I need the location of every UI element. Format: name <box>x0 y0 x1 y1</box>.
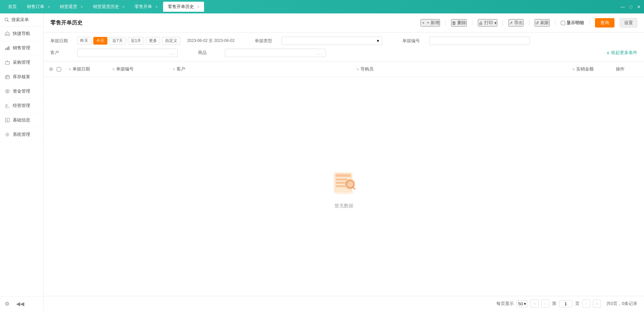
tab-retail-open-history-close[interactable]: × <box>197 5 199 9</box>
sidebar-item-inventory[interactable]: 库存核算 <box>0 70 43 84</box>
th-date[interactable]: ⇅ 单据日期 <box>64 64 108 74</box>
display-detail-input[interactable] <box>561 21 565 25</box>
add-icon: ＋ <box>421 20 426 26</box>
delete-button[interactable]: 🗑 删除 <box>451 19 467 27</box>
svg-line-1 <box>8 21 9 22</box>
sidebar-item-finance-label: 资金管理 <box>13 88 30 94</box>
tab-retail-open-label: 零售开单 <box>135 4 152 10</box>
export-button[interactable]: ↗ 导出 <box>508 19 524 27</box>
date-btn-7days[interactable]: 近7天 <box>109 37 126 45</box>
toolbar-divider-6 <box>589 20 590 25</box>
svg-rect-14 <box>336 178 347 180</box>
filter-area: 单据日期 昨天 今天 近7天 近1月 更多 自定义 2023-06-02 至 2… <box>44 33 644 61</box>
goods-select[interactable]: ... <box>225 49 326 57</box>
sort-amount-icon: ⇅ <box>572 67 575 71</box>
sidebar-item-inventory-label: 库存核算 <box>13 74 30 80</box>
export-icon: ↗ <box>509 20 513 25</box>
tab-sales-order[interactable]: 销售订单 × <box>22 2 54 12</box>
sidebar-item-basic-info[interactable]: 基础信息 <box>0 113 43 127</box>
tab-sales-order-close[interactable]: × <box>48 5 50 9</box>
delete-icon: 🗑 <box>452 20 456 25</box>
date-range-display: 2023-06-02 至 2023-06-02 <box>187 38 234 44</box>
th-customer[interactable]: ⇅ 客户 <box>168 64 352 74</box>
collapse-conditions[interactable]: ∧ 收起更多条件 <box>606 48 637 57</box>
toolbar-divider-1 <box>445 20 446 25</box>
per-page-select[interactable]: 50 ▾ <box>516 300 528 307</box>
table-toolbar: ⚙ ⇅ 单据日期 ⇅ 单据编号 ⇅ 客户 <box>44 61 644 77</box>
svg-point-10 <box>7 134 8 135</box>
customer-select[interactable]: ... <box>77 49 178 57</box>
th-action: 操作 <box>612 64 639 74</box>
page-number-input[interactable] <box>559 300 573 307</box>
tab-retail-open-close[interactable]: × <box>155 5 157 9</box>
sidebar-item-sales-mgmt[interactable]: 销售管理 <box>0 41 43 55</box>
settings-button[interactable]: 设置 <box>620 18 637 28</box>
tab-bar: 首页 销售订单 × 销货退货 × 销货退货历史 × 零售开单 × 零售开单历史 … <box>3 2 621 12</box>
toolbar-divider-4 <box>529 20 529 25</box>
doc-type-select[interactable]: ▾ <box>282 37 382 45</box>
tab-home-label: 首页 <box>8 4 17 10</box>
print-button[interactable]: 🖨 打印 ▾ <box>478 19 497 27</box>
first-page-button[interactable]: « <box>531 300 539 308</box>
th-guide[interactable]: ⇅ 导购员 <box>352 64 393 74</box>
prev-page-button[interactable]: ‹ <box>541 300 549 308</box>
sidebar-item-system[interactable]: 系统管理 <box>0 127 43 142</box>
sidebar-search-label: 搜索采单 <box>11 17 29 23</box>
table-column-settings-icon[interactable]: ⚙ <box>49 66 53 72</box>
display-detail-checkbox[interactable]: 显示明细 <box>561 20 584 26</box>
sidebar-item-quick-nav[interactable]: 快捷导航 <box>0 27 43 41</box>
query-button[interactable]: 查询 <box>595 18 614 28</box>
empty-text: 暂无数据 <box>335 203 353 209</box>
th-customer-label: 客户 <box>177 66 185 72</box>
toolbar-divider-3 <box>503 20 503 25</box>
tab-sales-return-label: 销货退货 <box>60 4 77 10</box>
content-area: 零售开单历史 ＋ + 新增 🗑 删除 🖨 打印 ▾ <box>44 13 644 311</box>
window-close-button[interactable]: ✕ <box>637 4 641 9</box>
tab-sales-return-close[interactable]: × <box>81 5 83 9</box>
date-btn-yesterday[interactable]: 昨天 <box>77 37 91 45</box>
search-icon <box>4 17 9 22</box>
tab-sales-return-history-close[interactable]: × <box>122 5 125 9</box>
window-min-button[interactable]: — <box>621 4 625 9</box>
sidebar-item-purchase-mgmt[interactable]: 采购管理 <box>0 55 43 70</box>
add-button[interactable]: ＋ + 新增 <box>420 19 440 27</box>
bag-icon <box>5 60 10 65</box>
toolbar-divider-2 <box>472 20 473 25</box>
window-max-button[interactable]: □ <box>630 4 632 9</box>
settings-bottom-icon[interactable]: ⚙ <box>5 301 9 307</box>
th-amount[interactable]: ⇅ 实销金额 <box>568 64 612 74</box>
tab-retail-open[interactable]: 零售开单 × <box>130 2 162 12</box>
table-select-all-checkbox[interactable] <box>57 67 61 71</box>
sidebar-item-operation[interactable]: 经营管理 <box>0 99 43 113</box>
tab-sales-return[interactable]: 销货退货 × <box>55 2 87 12</box>
th-date-label: 单据日期 <box>72 66 90 72</box>
page-prefix-label: 第 <box>552 301 556 307</box>
tab-home[interactable]: 首页 <box>3 2 21 12</box>
collapse-sidebar-icon[interactable]: ◀◀ <box>16 301 24 307</box>
date-options-group: 昨天 今天 近7天 近1月 更多 自定义 <box>77 37 180 45</box>
date-btn-today[interactable]: 今天 <box>93 37 107 45</box>
refresh-button[interactable]: ↺ 刷新 <box>535 19 550 27</box>
date-btn-custom[interactable]: 自定义 <box>162 37 180 45</box>
last-page-button[interactable]: » <box>593 300 601 308</box>
sidebar-search[interactable]: 搜索采单 <box>0 13 43 27</box>
sidebar-item-purchase-mgmt-label: 采购管理 <box>13 59 30 65</box>
per-page-label: 每页显示 <box>496 301 514 307</box>
date-filter-label: 单据日期 <box>50 38 70 44</box>
filter-row-1: 单据日期 昨天 今天 近7天 近1月 更多 自定义 2023-06-02 至 2… <box>50 37 637 45</box>
tab-retail-open-history[interactable]: 零售开单历史 × <box>163 2 204 12</box>
per-page-value: 50 <box>518 301 523 306</box>
date-btn-1month[interactable]: 近1月 <box>128 37 144 45</box>
date-btn-more[interactable]: 更多 <box>146 37 160 45</box>
tab-sales-return-history[interactable]: 销货退货历史 × <box>88 2 129 12</box>
bar-icon <box>5 103 10 108</box>
collapse-label: 收起更多条件 <box>611 50 637 56</box>
tab-sales-return-history-label: 销货退货历史 <box>93 4 119 10</box>
th-num[interactable]: ⇅ 单据编号 <box>108 64 168 74</box>
print-dropdown-icon: ▾ <box>494 20 497 25</box>
sort-date-icon: ⇅ <box>68 67 71 71</box>
next-page-button[interactable]: › <box>582 300 590 308</box>
sidebar-item-finance[interactable]: 资金管理 <box>0 84 43 99</box>
doc-num-input[interactable] <box>429 37 530 45</box>
sidebar-item-operation-label: 经营管理 <box>13 103 30 109</box>
